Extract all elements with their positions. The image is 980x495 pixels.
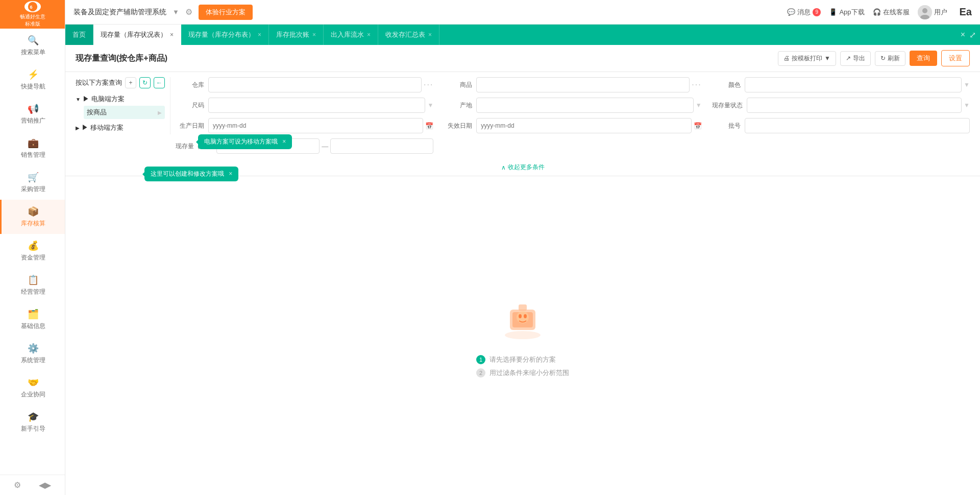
expiry-date-filter-row: 失效日期 📅: [444, 118, 701, 133]
origin-input[interactable]: [476, 98, 693, 113]
tab-inventory-dist[interactable]: 现存量（库存分布表） ×: [181, 25, 269, 45]
tooltip2-close-button[interactable]: ×: [229, 170, 232, 177]
stock-status-filter-row: 现存量状态 ▼: [712, 98, 970, 113]
scheme-item-label: 按商品: [87, 108, 107, 117]
template-print-button[interactable]: 🖨 按模板打印 ▼: [778, 51, 836, 66]
logo-icon: 6: [24, 1, 41, 12]
expiry-date-input[interactable]: [476, 118, 691, 133]
avatar: [918, 5, 932, 19]
product-dots[interactable]: ···: [692, 80, 701, 89]
warehouse-input[interactable]: [208, 77, 422, 92]
notification-button[interactable]: 💬 消息 9: [787, 8, 821, 17]
desktop-scheme-items: 按商品 ▶: [76, 106, 165, 119]
filter-header-label: 按以下方案查询: [76, 78, 122, 87]
origin-label: 产地: [444, 101, 472, 110]
user-name-label: 用户: [934, 8, 947, 17]
close-all-tabs-button[interactable]: ×: [961, 30, 965, 40]
warehouse-dots[interactable]: ···: [424, 80, 433, 89]
refresh-button[interactable]: ↻ 刷新: [875, 51, 905, 66]
recv-send-summary-tab-close[interactable]: ×: [428, 31, 432, 38]
brand-name: 畅通好生意: [20, 13, 45, 20]
scheme-item-by-product[interactable]: 按商品 ▶: [84, 106, 165, 119]
desktop-scheme-group[interactable]: ▼ ▶ 电脑端方案: [76, 92, 165, 106]
svg-rect-11: [519, 304, 527, 311]
step1-text: 请先选择要分析的方案: [489, 355, 556, 364]
system-dropdown-icon[interactable]: ▼: [173, 8, 179, 16]
headset-icon: 🎧: [873, 8, 881, 16]
stock-status-input[interactable]: [747, 98, 962, 113]
empty-steps: 1 请先选择要分析的方案 2 用过滤条件来缩小分析范围: [476, 355, 569, 378]
inventory-dist-tab-close[interactable]: ×: [258, 31, 261, 38]
sidebar-item-label: 营销推广: [21, 116, 45, 125]
svg-point-3: [922, 8, 927, 13]
sidebar-item-quick-nav[interactable]: ⚡ 快捷导航: [0, 63, 65, 97]
gear-icon: ⚙️: [28, 343, 39, 354]
batch-input[interactable]: [745, 118, 970, 133]
back-scheme-button[interactable]: ←: [154, 77, 165, 88]
batch-ledger-tab-close[interactable]: ×: [312, 31, 316, 38]
sidebar-item-operation[interactable]: 📋 经营管理: [0, 268, 65, 302]
sidebar-item-label: 采购管理: [21, 185, 45, 194]
scheme-item-arrow: ▶: [158, 110, 162, 115]
header-left: 装备及固定资产辅助管理系统 ▼ ⚙ 体验行业方案: [74, 5, 253, 20]
printer-icon: 🖨: [783, 55, 790, 62]
product-label: 商品: [444, 81, 472, 89]
sidebar-item-purchase[interactable]: 🛒 采购管理: [0, 166, 65, 200]
refresh-scheme-button[interactable]: ↻: [139, 77, 151, 88]
app-download-label: App下载: [839, 8, 864, 17]
sidebar-item-inventory[interactable]: 📦 库存核算: [0, 200, 65, 234]
sidebar-item-finance[interactable]: 💰 资金管理: [0, 234, 65, 268]
app-download-button[interactable]: 📱 App下载: [829, 8, 864, 17]
sidebar-item-search-menu[interactable]: 🔍 搜索菜单: [0, 29, 65, 63]
sidebar-item-guide[interactable]: 🎓 新手引导: [0, 405, 65, 439]
stock-status-dropdown-arrow[interactable]: ▼: [964, 102, 970, 109]
industry-solution-button[interactable]: 体验行业方案: [199, 5, 253, 20]
box-icon: 📦: [28, 206, 39, 217]
tab-batch-ledger[interactable]: 库存批次账 ×: [269, 25, 324, 45]
sidebar-item-system[interactable]: ⚙️ 系统管理: [0, 337, 65, 371]
tab-recv-send-summary[interactable]: 收发存汇总表 ×: [378, 25, 439, 45]
product-input[interactable]: [476, 77, 690, 92]
step2-text: 用过滤条件来缩小分析范围: [489, 368, 569, 378]
collapse-icon[interactable]: ◀▶: [39, 480, 51, 490]
origin-dropdown-arrow[interactable]: ▼: [696, 102, 702, 109]
sidebar-item-sales[interactable]: 💼 销售管理: [0, 131, 65, 166]
color-input[interactable]: [745, 77, 962, 92]
settings-icon[interactable]: ⚙: [185, 7, 192, 17]
add-scheme-button[interactable]: +: [125, 77, 136, 88]
in-out-flow-tab-close[interactable]: ×: [367, 31, 371, 38]
maximize-button[interactable]: ⤢: [969, 30, 976, 40]
collapse-more-button[interactable]: ∧ 收起更多条件: [501, 163, 545, 172]
tooltip1-close-button[interactable]: ×: [282, 138, 286, 145]
cart-icon: 🛒: [28, 172, 39, 183]
svg-text:6: 6: [30, 5, 32, 10]
lightning-icon: ⚡: [28, 69, 39, 80]
handshake-icon: 🤝: [28, 377, 39, 388]
sidebar-item-marketing[interactable]: 📢 营销推广: [0, 97, 65, 131]
user-menu[interactable]: 用户: [918, 5, 947, 19]
stock-qty-max-input[interactable]: [330, 138, 433, 154]
online-service-button[interactable]: 🎧 在线客服: [873, 8, 910, 17]
production-date-input[interactable]: [208, 118, 423, 133]
tab-inventory-status[interactable]: 现存量（库存状况表） ×: [93, 25, 181, 45]
size-dropdown-arrow[interactable]: ▼: [427, 102, 433, 109]
collapse-arrow-mobile: ▶: [76, 125, 80, 131]
tab-home[interactable]: 首页: [65, 25, 93, 45]
sidebar-item-basic[interactable]: 🗂️ 基础信息: [0, 302, 65, 337]
warehouse-label: 仓库: [176, 81, 204, 89]
color-dropdown-arrow[interactable]: ▼: [964, 81, 970, 88]
tabs-actions: × ⤢: [957, 30, 980, 40]
query-button[interactable]: 查询: [910, 51, 937, 66]
empty-state: 1 请先选择要分析的方案 2 用过滤条件来缩小分析范围: [65, 176, 980, 495]
size-input[interactable]: [208, 98, 425, 113]
tab-in-out-flow[interactable]: 出入库流水 ×: [324, 25, 378, 45]
home-tab-label: 首页: [72, 30, 86, 39]
sidebar-item-enterprise[interactable]: 🤝 企业协同: [0, 371, 65, 405]
export-button[interactable]: ↗ 导出: [840, 51, 871, 66]
mobile-scheme-group[interactable]: ▶ ▶ 移动端方案: [76, 121, 165, 134]
inventory-status-tab-close[interactable]: ×: [170, 31, 174, 38]
page-actions: 🖨 按模板打印 ▼ ↗ 导出 ↻ 刷新 查询 设置: [778, 50, 970, 66]
edition-label: 标准版: [25, 20, 40, 28]
settings-button[interactable]: 设置: [941, 50, 970, 66]
settings-bottom-icon[interactable]: ⚙: [14, 480, 21, 490]
